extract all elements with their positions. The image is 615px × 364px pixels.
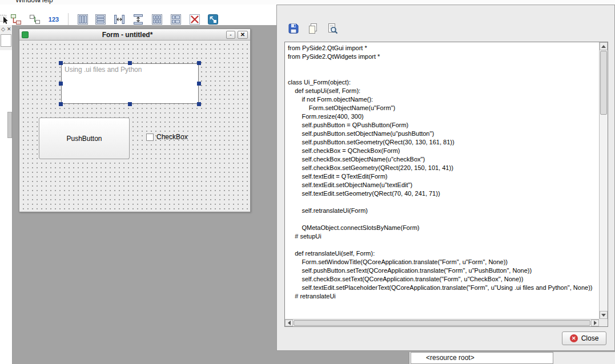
dialog-toolbar xyxy=(286,21,340,36)
textedit-widget[interactable]: Using .ui files and Python xyxy=(61,63,199,104)
selection-handle-sw[interactable] xyxy=(59,102,63,106)
find-icon xyxy=(326,22,339,35)
dock-close-button[interactable]: ✕ xyxy=(7,26,11,32)
dialog-close-button[interactable]: ✕ Close xyxy=(562,331,606,345)
minimize-button[interactable]: - xyxy=(226,31,235,39)
scroll-right-arrow[interactable] xyxy=(591,319,599,326)
horizontal-scrollbar[interactable] xyxy=(285,319,599,326)
dock-float-button[interactable]: ◇ xyxy=(1,26,5,32)
scroll-up-arrow[interactable] xyxy=(600,42,608,50)
scroll-left-arrow[interactable] xyxy=(285,319,293,326)
textedit-field[interactable]: Using .ui files and Python xyxy=(61,63,199,104)
edit-signals-slots-icon xyxy=(10,13,22,26)
menubar: Window Help xyxy=(0,0,615,5)
window-close-button[interactable]: ✕ xyxy=(238,31,248,39)
horizontal-scrollbar-thumb[interactable] xyxy=(294,320,590,326)
selection-handle-w[interactable] xyxy=(59,82,63,86)
copy-button[interactable] xyxy=(306,21,320,36)
edit-buddies-icon xyxy=(29,13,41,26)
checkbox-widget[interactable]: CheckBox xyxy=(146,133,188,141)
toolbar-separator xyxy=(68,13,69,26)
selection-handle-se[interactable] xyxy=(197,102,201,106)
break-layout-icon xyxy=(188,13,201,26)
resource-root-item[interactable]: <resource root> xyxy=(426,354,475,362)
checkbox-indicator[interactable] xyxy=(146,134,154,141)
layout-vertical-icon xyxy=(94,13,107,26)
resource-tree[interactable]: <resource root> xyxy=(411,352,553,364)
vertical-scrollbar[interactable] xyxy=(599,42,608,319)
save-icon xyxy=(287,22,300,35)
widget-box-list[interactable] xyxy=(0,50,12,364)
close-circle-icon: ✕ xyxy=(570,334,578,342)
menu-help[interactable]: Help xyxy=(39,0,53,4)
form-window-titlebar[interactable]: Form - untitled* - ✕ xyxy=(19,29,250,41)
resource-browser-dock: <resource root> xyxy=(409,352,615,364)
save-button[interactable] xyxy=(286,21,301,36)
selection-handle-e[interactable] xyxy=(197,82,201,86)
dock-scrollbar-thumb[interactable] xyxy=(7,112,12,138)
scrollbar-corner xyxy=(599,319,608,326)
close-button-label: Close xyxy=(581,334,599,342)
checkbox-label: CheckBox xyxy=(156,133,188,141)
main-toolbar: 123 xyxy=(0,5,276,25)
form-window-title: Form - untitled* xyxy=(31,31,224,39)
widget-box-dock: ◇ ✕ xyxy=(0,25,13,364)
selection-handle-ne[interactable] xyxy=(197,61,201,65)
selection-handle-nw[interactable] xyxy=(59,61,63,65)
splitter-vertical-icon xyxy=(132,13,144,26)
textedit-placeholder: Using .ui files and Python xyxy=(65,66,142,74)
layout-horizontal-icon xyxy=(77,13,89,26)
layout-form-icon xyxy=(170,13,182,26)
form-editor-window: Form - untitled* - ✕ Using .ui files and… xyxy=(19,29,251,212)
pushbutton-widget[interactable]: PushButton xyxy=(39,118,130,159)
scroll-down-arrow[interactable] xyxy=(600,311,608,319)
designer-form-icon xyxy=(22,31,29,38)
edit-tab-order-icon: 123 xyxy=(47,13,60,26)
layout-grid-icon xyxy=(151,13,163,26)
vertical-scrollbar-thumb[interactable] xyxy=(600,51,607,115)
code-preview-dialog: from PySide2.QtGui import * from PySide2… xyxy=(276,5,615,351)
code-text[interactable]: from PySide2.QtGui import * from PySide2… xyxy=(285,42,599,319)
find-button[interactable] xyxy=(325,21,340,36)
menu-window[interactable]: Window xyxy=(15,0,40,4)
adjust-size-icon xyxy=(207,13,219,26)
qt-designer-app: Window Help 123 xyxy=(0,0,615,364)
widget-filter-input[interactable] xyxy=(1,34,11,47)
selection-handle-s[interactable] xyxy=(128,102,132,106)
splitter-horizontal-icon xyxy=(113,13,126,26)
copy-icon xyxy=(307,22,319,35)
code-view[interactable]: from PySide2.QtGui import * from PySide2… xyxy=(284,42,608,327)
form-canvas[interactable]: Using .ui files and Python PushButton Ch… xyxy=(19,41,250,212)
selection-handle-n[interactable] xyxy=(128,61,132,65)
